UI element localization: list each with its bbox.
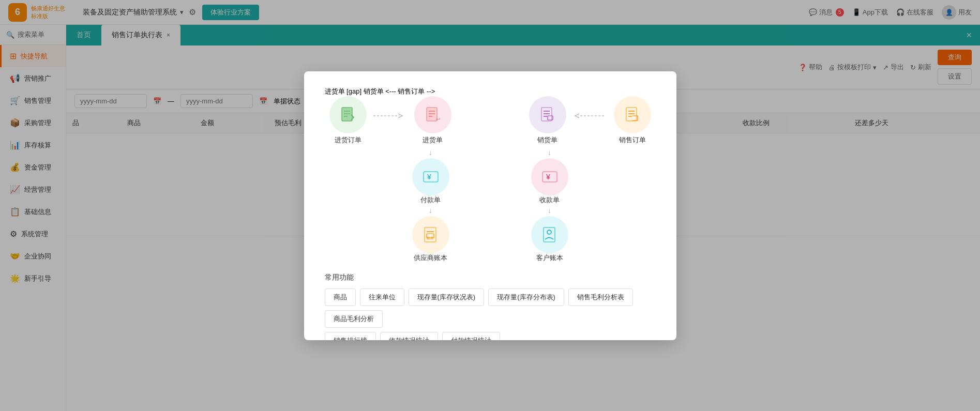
modal-body: 进货单 [gap] 销货单 <--- 销售订单 --> xyxy=(304,71,676,340)
func-btn-partner[interactable]: 往来单位 xyxy=(360,288,404,306)
supplier-ledger-icon: 账本 xyxy=(412,216,449,253)
supplier-ledger-label: 供应商账本 xyxy=(414,253,447,263)
purchase-order-icon xyxy=(329,96,367,133)
arrow-down-customer: ↓ xyxy=(548,207,551,214)
func-buttons-row: 商品 往来单位 现存量(库存状况表) 现存量(库存分布表) 销售毛利分析表 商品… xyxy=(325,288,656,328)
svg-rect-28 xyxy=(544,227,555,242)
receipt-bill-label: 收款单 xyxy=(539,195,560,205)
modal-overlay[interactable]: 进货单 [gap] 销货单 <--- 销售订单 --> xyxy=(0,0,980,411)
sales-bill-label: 销货单 xyxy=(537,135,557,145)
func-buttons-row2: 销售排行榜 收款情况统计 付款情况统计 xyxy=(325,332,656,340)
svg-text:¥: ¥ xyxy=(427,173,431,181)
svg-rect-0 xyxy=(342,108,352,121)
svg-text:↩: ↩ xyxy=(436,116,440,122)
svg-rect-10 xyxy=(541,108,552,121)
flow-node-purchase-bill[interactable]: ↩ 进货单 xyxy=(410,96,456,145)
quick-nav-modal: 进货单 [gap] 销货单 <--- 销售订单 --> xyxy=(304,71,676,340)
sales-bill-icon xyxy=(529,96,566,133)
func-btn-sales-profit[interactable]: 销售毛利分析表 xyxy=(568,288,633,306)
arrow-down-purchase: ↓ xyxy=(429,149,432,156)
flow-node-sales-order[interactable]: 销售订单 xyxy=(609,96,656,145)
func-btn-receipt-stats[interactable]: 收款情况统计 xyxy=(380,332,438,340)
func-btn-goods-profit[interactable]: 商品毛利分析 xyxy=(325,310,383,328)
common-functions-title: 常用功能 xyxy=(325,273,656,282)
customer-ledger-label: 客户账本 xyxy=(536,253,563,263)
payment-bill-icon: ¥ xyxy=(412,158,449,195)
flow-node-purchase-order[interactable]: 进货订单 xyxy=(325,96,371,145)
receipt-bill-icon: ¥ xyxy=(531,158,568,195)
arrow-down-sales: ↓ xyxy=(548,149,551,156)
func-btn-sales-rank[interactable]: 销售排行榜 xyxy=(325,332,376,340)
func-btn-payment-stats[interactable]: 付款情况统计 xyxy=(442,332,500,340)
flow-node-sales-bill[interactable]: 销货单 xyxy=(524,96,571,145)
arrow-down-supplier: ↓ xyxy=(429,207,432,214)
sales-order-icon xyxy=(614,96,651,133)
svg-text:¥: ¥ xyxy=(546,173,550,181)
customer-ledger-icon xyxy=(531,216,568,253)
purchase-bill-icon: ↩ xyxy=(414,96,451,133)
svg-text:账本: 账本 xyxy=(427,236,434,240)
payment-bill-label: 付款单 xyxy=(420,195,441,205)
flow-diagram: 进货单 [gap] 销货单 <--- 销售订单 --> xyxy=(325,87,656,340)
func-btn-stock-dist[interactable]: 现存量(库存分布表) xyxy=(488,288,564,306)
purchase-order-label: 进货订单 xyxy=(335,135,361,145)
func-btn-stock-status[interactable]: 现存量(库存状况表) xyxy=(409,288,485,306)
func-btn-goods[interactable]: 商品 xyxy=(325,288,356,306)
sales-order-label: 销售订单 xyxy=(619,135,646,145)
common-functions: 常用功能 商品 往来单位 现存量(库存状况表) 现存量(库存分布表) 销售毛利分… xyxy=(325,273,656,340)
svg-rect-5 xyxy=(427,108,437,121)
svg-rect-16 xyxy=(626,108,637,121)
purchase-bill-label: 进货单 xyxy=(423,135,443,145)
